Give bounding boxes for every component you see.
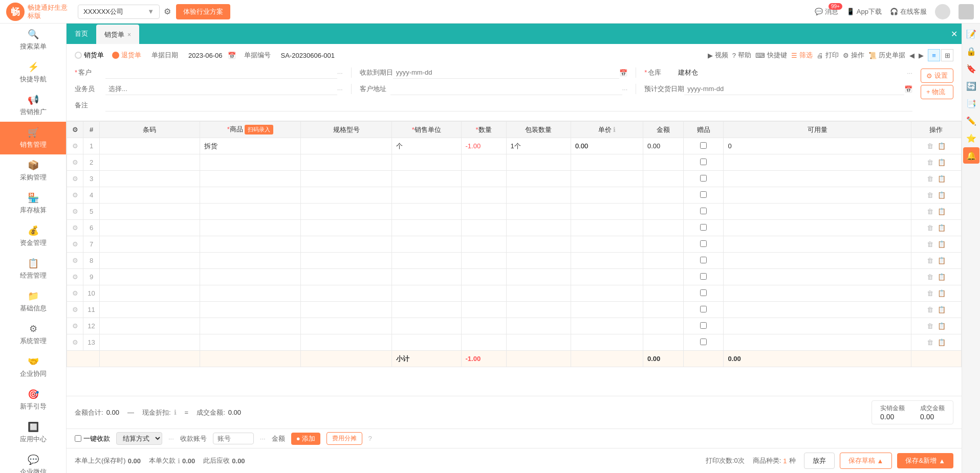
copy-icon-11[interactable]: 📋 [938, 322, 946, 330]
sidebar-item-basic-info[interactable]: 📁 基础信息 [0, 285, 66, 318]
calc-method-dots[interactable]: ··· [168, 435, 174, 442]
copy-icon-1[interactable]: 📋 [938, 159, 946, 166]
right-copy-btn[interactable]: 📑 [963, 95, 979, 111]
cell-barcode-11[interactable] [100, 318, 200, 334]
settings-side-btn[interactable]: ⚙ 设置 [921, 69, 953, 83]
cell-price-6[interactable] [571, 236, 643, 253]
cell-spec-0[interactable] [301, 138, 392, 154]
price-info-icon[interactable]: ℹ [613, 126, 616, 133]
right-bookmark-btn[interactable]: 🔖 [963, 60, 979, 77]
sidebar-item-quick-nav[interactable]: ⚡ 快捷导航 [0, 56, 66, 89]
radio-sales[interactable]: 销货单 [75, 51, 104, 60]
nav-prev-icon[interactable]: ◀ [909, 52, 914, 59]
delivery-calendar-icon[interactable]: 📅 [904, 85, 912, 93]
copy-icon-4[interactable]: 📋 [938, 208, 946, 215]
cell-spec-3[interactable] [301, 187, 392, 204]
cell-gift-4[interactable] [683, 204, 724, 220]
add-payment-btn[interactable]: ● 添加 [291, 433, 320, 445]
cell-barcode-8[interactable] [100, 269, 200, 285]
delete-icon-1[interactable]: 🗑 [927, 159, 933, 166]
cell-gift-9[interactable] [683, 285, 724, 302]
cell-price-0[interactable] [571, 138, 643, 154]
one-click-checkbox[interactable] [75, 435, 81, 442]
cell-spec-6[interactable] [301, 236, 392, 253]
address-dots[interactable]: ··· [622, 85, 628, 93]
right-lock-btn[interactable]: 🔒 [963, 43, 979, 59]
sidebar-item-finance[interactable]: 💰 资金管理 [0, 220, 66, 253]
save-draft-btn[interactable]: 保存草稿 ▲ [840, 453, 892, 469]
cell-price-5[interactable] [571, 220, 643, 236]
delete-icon-5[interactable]: 🗑 [927, 224, 933, 232]
sidebar-item-wechat[interactable]: 💬 企业微信 [0, 449, 66, 473]
delivery-date-input[interactable] [684, 83, 904, 95]
cell-qty-0[interactable]: -1.00 [461, 138, 506, 154]
delete-icon-9[interactable]: 🗑 [927, 289, 933, 297]
note-input[interactable] [105, 99, 912, 111]
settings-icon[interactable]: ⚙ [164, 7, 171, 16]
print-btn[interactable]: 🖨 打印 [817, 51, 839, 60]
video-btn[interactable]: ▶ 视频 [708, 51, 728, 60]
cell-spec-1[interactable] [301, 154, 392, 171]
operation-btn[interactable]: ⚙ 操作 [843, 51, 864, 60]
cell-price-3[interactable] [571, 187, 643, 204]
delete-icon-12[interactable]: 🗑 [927, 339, 933, 346]
delete-icon-10[interactable]: 🗑 [927, 306, 933, 313]
salesperson-input[interactable] [105, 83, 337, 95]
filter-btn[interactable]: ☰ 筛选 [791, 51, 813, 60]
sidebar-item-management[interactable]: 📋 经营管理 [0, 253, 66, 285]
calendar-icon[interactable]: 📅 [228, 52, 236, 59]
salesperson-dots[interactable]: ··· [337, 85, 343, 93]
online-service-btn[interactable]: 🎧 在线客服 [890, 7, 927, 16]
cell-gift-6[interactable] [683, 236, 724, 253]
tab-bar-close-btn[interactable]: ✕ [951, 29, 957, 39]
cell-spec-10[interactable] [301, 302, 392, 318]
copy-icon-10[interactable]: 📋 [938, 306, 946, 313]
copy-icon-8[interactable]: 📋 [938, 273, 946, 281]
tab-home[interactable]: 首页 [67, 24, 96, 44]
cell-gift-2[interactable] [683, 171, 724, 187]
delete-icon-11[interactable]: 🗑 [927, 322, 933, 330]
tab-sales-order[interactable]: 销货单 × [96, 25, 139, 45]
cell-price-1[interactable] [571, 154, 643, 171]
cell-barcode-3[interactable] [100, 187, 200, 204]
sidebar-item-search[interactable]: 🔍 搜索菜单 [0, 24, 66, 56]
cell-barcode-10[interactable] [100, 302, 200, 318]
save-new-btn[interactable]: 保存&新增 ▲ [897, 453, 953, 468]
radio-return[interactable]: 退货单 [112, 51, 141, 60]
cell-price-12[interactable] [571, 334, 643, 351]
cell-price-7[interactable] [571, 253, 643, 269]
due-date-input[interactable] [393, 66, 620, 79]
cell-spec-12[interactable] [301, 334, 392, 351]
grid-view-btn[interactable]: ⊞ [941, 49, 953, 61]
right-refresh-btn[interactable]: 🔄 [963, 78, 979, 94]
cell-price-9[interactable] [571, 285, 643, 302]
copy-icon-5[interactable]: 📋 [938, 224, 946, 232]
cell-qty-6[interactable] [461, 236, 506, 253]
delete-icon-0[interactable]: 🗑 [927, 142, 933, 150]
cell-gift-11[interactable] [683, 318, 724, 334]
user-menu[interactable] [959, 4, 974, 19]
cell-qty-9[interactable] [461, 285, 506, 302]
sidebar-item-purchase[interactable]: 📦 采购管理 [0, 154, 66, 187]
cell-spec-5[interactable] [301, 220, 392, 236]
avatar[interactable] [935, 4, 950, 19]
cell-spec-9[interactable] [301, 285, 392, 302]
cell-barcode-9[interactable] [100, 285, 200, 302]
delete-icon-8[interactable]: 🗑 [927, 273, 933, 281]
sidebar-item-enterprise[interactable]: 🤝 企业协同 [0, 351, 66, 384]
cell-price-8[interactable] [571, 269, 643, 285]
account-input[interactable] [213, 433, 254, 444]
cell-qty-11[interactable] [461, 318, 506, 334]
cell-qty-10[interactable] [461, 302, 506, 318]
cell-barcode-1[interactable] [100, 154, 200, 171]
cell-gift-7[interactable] [683, 253, 724, 269]
cell-gift-0[interactable] [683, 138, 724, 154]
delete-icon-2[interactable]: 🗑 [927, 175, 933, 183]
cell-barcode-5[interactable] [100, 220, 200, 236]
owed-info-icon[interactable]: ℹ [178, 457, 180, 465]
cell-spec-4[interactable] [301, 204, 392, 220]
cell-qty-1[interactable] [461, 154, 506, 171]
sidebar-item-guide[interactable]: 🎯 新手引导 [0, 384, 66, 416]
delete-icon-7[interactable]: 🗑 [927, 257, 933, 264]
cell-barcode-12[interactable] [100, 334, 200, 351]
